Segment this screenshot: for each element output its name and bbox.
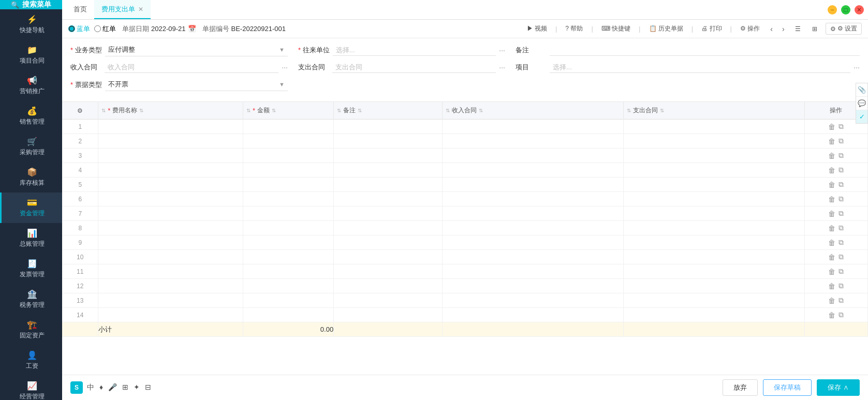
sidebar-search[interactable]: 🔍 搜索菜单 [0,0,62,9]
sort-icon-notes[interactable]: ⇅ [337,108,341,113]
row-notes-12[interactable] [334,279,443,293]
row-notes-5[interactable] [334,177,443,192]
brand-action-zh[interactable]: 中 [87,383,94,392]
business-type-select[interactable]: 应付调整 ▼ [105,43,288,56]
radio-blue-input[interactable] [68,25,75,32]
sidebar-item-project-contract[interactable]: 📁 项目合同 [0,40,62,70]
row-amount-11[interactable] [243,264,334,279]
row-amount-2[interactable] [243,134,334,149]
row-copy-icon-11[interactable]: ⧉ [838,267,844,276]
save-draft-button[interactable]: 保存草稿 [763,379,812,396]
radio-red-input[interactable] [94,25,101,32]
row-copy-icon-5[interactable]: ⧉ [838,180,844,189]
row-delete-icon-5[interactable]: 🗑 [828,181,835,189]
action-operation[interactable]: ⚙ 操作 [737,23,763,34]
row-notes-14[interactable] [334,308,443,322]
tab-home[interactable]: 首页 [66,0,94,19]
row-expense-contract-13[interactable] [623,293,804,308]
row-delete-icon-12[interactable]: 🗑 [828,282,835,290]
row-expense-contract-8[interactable] [623,221,804,235]
edge-chat-icon[interactable]: 💬 [856,97,867,110]
row-expense-contract-11[interactable] [623,264,804,279]
row-expense-contract-10[interactable] [623,250,804,264]
row-expense-name-1[interactable] [98,120,243,134]
window-max-button[interactable]: □ [841,5,850,14]
row-income-contract-11[interactable] [443,264,624,279]
row-income-contract-9[interactable] [443,235,624,250]
row-notes-13[interactable] [334,293,443,308]
row-expense-contract-1[interactable] [623,120,804,134]
sidebar-item-tax[interactable]: 🏦 税务管理 [0,284,62,315]
brand-action-minus[interactable]: ⊟ [145,383,151,392]
counterpart-dots-icon[interactable]: ··· [499,46,505,54]
row-expense-contract-3[interactable] [623,149,804,163]
row-notes-8[interactable] [334,221,443,235]
row-delete-icon-14[interactable]: 🗑 [828,311,835,319]
row-amount-14[interactable] [243,308,334,322]
row-expense-name-2[interactable] [98,134,243,149]
row-income-contract-7[interactable] [443,206,624,221]
edge-attachment-icon[interactable]: 📎 [856,83,867,97]
sort-icon-expense-contract[interactable]: ⇅ [627,108,631,113]
row-amount-6[interactable] [243,192,334,206]
brand-action-diamond[interactable]: ♦ [99,383,103,392]
invoice-type-arrow[interactable]: ▼ [279,81,285,87]
radio-blue-label[interactable]: 蓝单 [68,24,90,34]
settings-button[interactable]: ⚙ ⚙ 设置 [826,23,862,35]
row-amount-9[interactable] [243,235,334,250]
sort-icon-amount-2[interactable]: ⇅ [272,108,276,113]
row-income-contract-12[interactable] [443,279,624,293]
row-delete-icon-10[interactable]: 🗑 [828,253,835,261]
sidebar-item-capital[interactable]: 💳 资金管理 [0,192,62,223]
income-contract-dots-icon[interactable]: ··· [282,63,288,71]
row-copy-icon-7[interactable]: ⧉ [838,209,844,218]
row-amount-3[interactable] [243,149,334,163]
row-income-contract-10[interactable] [443,250,624,264]
row-delete-icon-3[interactable]: 🗑 [828,152,835,160]
row-amount-5[interactable] [243,177,334,192]
window-close-button[interactable]: ✕ [855,5,864,14]
row-delete-icon-13[interactable]: 🗑 [828,297,835,305]
row-income-contract-8[interactable] [443,221,624,235]
row-expense-name-7[interactable] [98,206,243,221]
row-notes-9[interactable] [334,235,443,250]
invoice-type-select[interactable]: 不开票 ▼ [105,78,288,91]
row-expense-name-12[interactable] [98,279,243,293]
row-expense-name-4[interactable] [98,163,243,177]
row-copy-icon-13[interactable]: ⧉ [838,296,844,305]
row-income-contract-6[interactable] [443,192,624,206]
row-expense-contract-7[interactable] [623,206,804,221]
row-delete-icon-11[interactable]: 🗑 [828,268,835,276]
business-type-arrow[interactable]: ▼ [279,47,285,53]
row-copy-icon-2[interactable]: ⧉ [838,137,844,145]
row-expense-name-9[interactable] [98,235,243,250]
row-income-contract-2[interactable] [443,134,624,149]
sidebar-item-inventory[interactable]: 📦 库存核算 [0,162,62,192]
row-notes-4[interactable] [334,163,443,177]
row-expense-name-13[interactable] [98,293,243,308]
row-delete-icon-6[interactable]: 🗑 [828,195,835,203]
row-income-contract-5[interactable] [443,177,624,192]
save-button[interactable]: 保存 ∧ [817,379,860,396]
income-contract-input[interactable] [105,62,278,73]
row-copy-icon-12[interactable]: ⧉ [838,282,844,290]
project-input[interactable] [550,62,850,73]
sidebar-item-quick-nav[interactable]: ⚡ 快捷导航 [0,9,62,40]
row-copy-icon-1[interactable]: ⧉ [838,122,844,131]
row-income-contract-13[interactable] [443,293,624,308]
row-notes-3[interactable] [334,149,443,163]
row-delete-icon-9[interactable]: 🗑 [828,239,835,247]
row-delete-icon-4[interactable]: 🗑 [828,166,835,174]
row-amount-8[interactable] [243,221,334,235]
row-amount-4[interactable] [243,163,334,177]
row-expense-name-3[interactable] [98,149,243,163]
row-notes-2[interactable] [334,134,443,149]
row-delete-icon-8[interactable]: 🗑 [828,224,835,232]
row-income-contract-1[interactable] [443,120,624,134]
row-expense-name-14[interactable] [98,308,243,322]
tab-expense-form[interactable]: 费用支出单 ✕ [94,0,151,19]
row-expense-name-11[interactable] [98,264,243,279]
row-expense-contract-6[interactable] [623,192,804,206]
row-delete-icon-2[interactable]: 🗑 [828,137,835,145]
sort-icon-expense-name-2[interactable]: ⇅ [139,108,143,113]
